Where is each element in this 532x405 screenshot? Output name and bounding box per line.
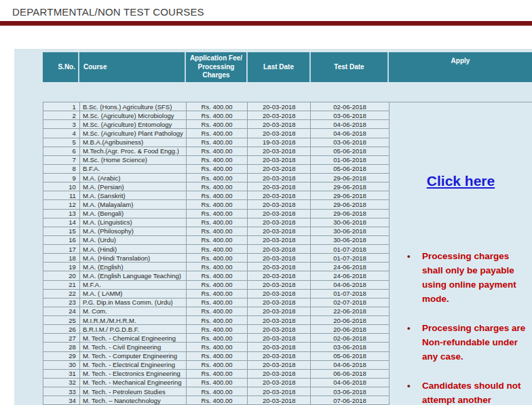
table-cell: 04-06-2018 [311, 379, 390, 387]
table-row: 33M. Tech. - Petroleum StudiesRs. 400.00… [43, 387, 390, 396]
table-row: 22M.A. ( LAMM)Rs. 400.0020-03-201801-07-… [43, 290, 390, 298]
table-row: 15M.A. (Philosophy)Rs. 400.0020-03-20183… [43, 227, 390, 236]
note-text: Processing charges are Non-refundable un… [422, 321, 531, 364]
table-cell: 04-06-2018 [311, 120, 390, 129]
apply-column-cell: Click here •Processing charges shall onl… [390, 102, 532, 405]
table-cell: Rs. 400.00 [187, 236, 248, 245]
table-cell: M.Tech.(Agr. Proc. & Food Engg.) [80, 147, 187, 156]
table-cell: 20-03-2018 [248, 281, 311, 290]
table-cell: 20-03-2018 [248, 271, 311, 280]
table-cell: 7 [43, 156, 80, 165]
table-cell: B.F.A. [80, 165, 187, 174]
bullet-icon: • [407, 379, 422, 405]
table-cell: 20-03-2018 [248, 387, 311, 396]
table-cell: 20-03-2018 [248, 111, 311, 120]
table-cell: 29-06-2018 [311, 182, 390, 191]
table-cell: 15 [43, 227, 80, 236]
notes-list: •Processing charges shall only be payabl… [390, 249, 532, 405]
column-header-course: Course [79, 52, 186, 82]
table-cell: 28 [43, 343, 80, 351]
table-cell: 01-07-2018 [311, 290, 390, 298]
table-row: 30M. Tech. - Electrical EngineeringRs. 4… [43, 361, 390, 370]
table-cell: M.A. (Hindi) [80, 245, 187, 254]
bullet-icon: • [407, 321, 422, 364]
table-cell: 30 [43, 361, 80, 370]
table-cell: P.G. Dip.in Mass Comm. (Urdu) [80, 298, 187, 307]
table-row: 8B.F.A.Rs. 400.0020-03-201805-06-2018 [43, 165, 390, 174]
table-cell: 02-06-2018 [311, 334, 390, 343]
table-row: 16M.A. (Urdu)Rs. 400.0020-03-201830-06-2… [43, 236, 390, 245]
table-cell: 20-03-2018 [248, 254, 311, 263]
table-cell: Rs. 400.00 [187, 370, 248, 379]
table-cell: 20-03-2018 [248, 129, 311, 138]
table-cell: Rs. 400.00 [187, 245, 248, 254]
table-row: 32M. Tech. - Mechanical EngineeringRs. 4… [43, 379, 390, 387]
table-row: 25M.I.R.M./M.H.R.M.Rs. 400.0020-03-20182… [43, 316, 390, 325]
table-cell: Rs. 400.00 [187, 210, 248, 218]
table-row: 14M.A. (Linguistics)Rs. 400.0020-03-2018… [43, 218, 390, 227]
table-cell: 20-03-2018 [248, 325, 311, 334]
table-cell: 20-03-2018 [248, 191, 311, 200]
table-cell: M.Sc. (Agriculture) Entomology [80, 120, 187, 129]
table-cell: Rs. 400.00 [187, 174, 248, 182]
table-cell: 20-03-2018 [248, 245, 311, 254]
table-row: 5M.B.A.(Agribusiness)Rs. 400.0019-03-201… [43, 138, 390, 147]
table-cell: 30-06-2018 [311, 227, 390, 236]
table-cell: 20-03-2018 [248, 343, 311, 351]
table-cell: 20-03-2018 [248, 370, 311, 379]
table-cell: 02-07-2018 [311, 298, 390, 307]
table-cell: M.I.R.M./M.H.R.M. [80, 316, 187, 325]
table-cell: 05-06-2018 [311, 352, 390, 361]
maroon-divider [0, 21, 532, 26]
table-cell: 3 [43, 120, 80, 129]
table-cell: M.B.A.(Agribusiness) [80, 138, 187, 147]
table-cell: 29 [43, 352, 80, 361]
table-cell: 20-03-2018 [248, 236, 311, 245]
table-cell: 30-06-2018 [311, 218, 390, 227]
table-cell: 20-03-2018 [248, 147, 311, 156]
table-row: 20M.A. (English Language Teaching)Rs. 40… [43, 271, 390, 280]
table-cell: 20-03-2018 [248, 218, 311, 227]
table-row: 11M.A. (Sanskrit)Rs. 400.0020-03-201829-… [43, 191, 390, 200]
table-cell: Rs. 400.00 [187, 307, 248, 316]
table-cell: 33 [43, 387, 80, 396]
table-cell: 20-03-2018 [248, 334, 311, 343]
table-cell: 06-06-2018 [311, 370, 390, 379]
table-cell: M.A. (Hindi Translation) [80, 254, 187, 263]
column-header-apply: Apply [389, 52, 532, 82]
table-cell: M. Tech. - Electronics Engineering [80, 370, 187, 379]
table-row: 28M. Tech. - Civil EngineeringRs. 400.00… [43, 343, 390, 351]
table-row: 10M.A. (Persian)Rs. 400.0020-03-201829-0… [43, 182, 390, 191]
table-cell: 4 [43, 129, 80, 138]
table-cell: 20-06-2018 [311, 325, 390, 334]
table-cell: 20-03-2018 [248, 165, 311, 174]
table-cell: 01-07-2018 [311, 245, 390, 254]
table-cell: Rs. 400.00 [187, 156, 248, 165]
table-cell: 32 [43, 379, 80, 387]
table-cell: 25 [43, 316, 80, 325]
table-row: 29M. Tech. - Computer EngineeringRs. 400… [43, 352, 390, 361]
table-cell: 20-03-2018 [248, 120, 311, 129]
apply-click-here-link[interactable]: Click here [427, 173, 495, 189]
table-row: 18M.A. (Hindi Translation)Rs. 400.0020-0… [43, 254, 390, 263]
table-cell: 20-03-2018 [248, 174, 311, 182]
table-cell: Rs. 400.00 [187, 218, 248, 227]
table-row: 13M.A. (Bengali)Rs. 400.0020-03-201829-0… [43, 210, 390, 218]
column-header-test-date: Test Date [311, 52, 389, 82]
table-cell: 05-06-2018 [311, 147, 390, 156]
table-cell: 20-03-2018 [248, 298, 311, 307]
table-cell: 20-03-2018 [248, 210, 311, 218]
table-row: 3M.Sc. (Agriculture) EntomologyRs. 400.0… [43, 120, 390, 129]
table-cell: B.R.I.M./ P.G.D.B.F. [80, 325, 187, 334]
table-cell: 20-03-2018 [248, 361, 311, 370]
table-cell: Rs. 400.00 [187, 271, 248, 280]
table-cell: 11 [43, 191, 80, 200]
table-cell: 22 [43, 290, 80, 298]
table-cell: 1 [43, 102, 80, 111]
table-cell: 20-03-2018 [248, 307, 311, 316]
table-cell: M.A. (English) [80, 263, 187, 271]
table-cell: 19-03-2018 [248, 138, 311, 147]
note-item: •Candidates should not attempt another [407, 379, 532, 405]
table-cell: 20-03-2018 [248, 396, 311, 405]
table-row: 34M. Tech. – NanotechnologyRs. 400.0020-… [43, 396, 390, 405]
